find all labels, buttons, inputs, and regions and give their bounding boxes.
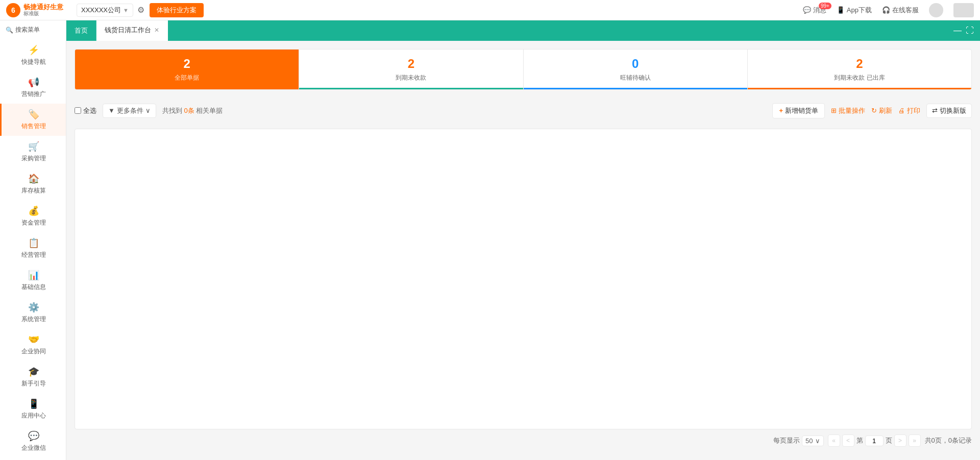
- settings-icon[interactable]: ⚙: [137, 5, 144, 15]
- switch-version-button[interactable]: ⇄ 切换新版: [926, 104, 972, 118]
- online-service-item[interactable]: 🎧 在线客服: [882, 6, 919, 15]
- sidebar-item-member[interactable]: 👑 畅会员: [0, 457, 66, 460]
- sidebar-item-wechat[interactable]: 💬 企业微信: [0, 425, 66, 457]
- logo-text: 畅捷通好生意 标准版: [23, 3, 63, 17]
- stat-label-all: 全部单据: [85, 74, 288, 82]
- sidebar-item-purchase[interactable]: 🛒 采购管理: [0, 136, 66, 168]
- stat-number-overdue-unshipped: 2: [758, 57, 961, 71]
- message-icon: 💬: [803, 6, 811, 14]
- avatar[interactable]: [929, 3, 943, 17]
- tab-bar: 首页 钱货日清工作台 ✕ — ⛶: [66, 20, 980, 41]
- sidebar-search[interactable]: 🔍 搜索菜单: [0, 20, 66, 39]
- tab-close-icon[interactable]: ✕: [154, 27, 159, 34]
- more-filters-button[interactable]: ▼ 更多条件 ∨: [103, 104, 156, 118]
- batch-label: 批量操作: [839, 106, 865, 115]
- sidebar-label-finance: 资金管理: [21, 219, 46, 227]
- stat-card-all[interactable]: 2 全部单据: [75, 50, 299, 89]
- logo-icon: 6: [6, 3, 20, 17]
- page-size-dropdown[interactable]: 50 ∨: [802, 435, 823, 446]
- first-page-button[interactable]: «: [828, 434, 840, 447]
- main-content: 首页 钱货日清工作台 ✕ — ⛶ 2 全部单据 2 到期未收款: [66, 20, 980, 460]
- page-suffix: 页: [886, 436, 892, 445]
- purchase-icon: 🛒: [28, 141, 39, 152]
- sidebar-item-marketing[interactable]: 📢 营销推广: [0, 71, 66, 104]
- logo-main: 畅捷通好生意: [23, 3, 63, 11]
- tab-home[interactable]: 首页: [66, 20, 96, 41]
- wechat-icon: 💬: [28, 430, 39, 442]
- print-button[interactable]: 🖨 打印: [898, 106, 920, 115]
- toolbar-right: + 新增销货单 ⊞ 批量操作 ↻ 刷新 🖨 打印: [772, 103, 972, 118]
- print-icon: 🖨: [898, 107, 905, 114]
- sidebar-item-quick-nav[interactable]: ⚡ 快捷导航: [0, 39, 66, 71]
- trial-button[interactable]: 体验行业方案: [150, 3, 204, 17]
- sidebar-label-operation: 经营管理: [21, 251, 46, 259]
- sidebar-label-guide: 新手引导: [21, 379, 46, 388]
- company-selector[interactable]: XXXXXX公司 ▼: [77, 4, 133, 17]
- sidebar-item-guide[interactable]: 🎓 新手引导: [0, 361, 66, 393]
- select-all-checkbox[interactable]: 全选: [75, 106, 96, 115]
- online-service-label: 在线客服: [892, 6, 919, 15]
- stat-card-pending-confirm[interactable]: 0 旺辅待确认: [524, 50, 748, 89]
- layout: 🔍 搜索菜单 ⚡ 快捷导航 📢 营销推广 🏷️ 销售管理 🛒 采购管理 🏠 库存…: [0, 20, 980, 460]
- select-all-input[interactable]: [75, 107, 81, 114]
- sidebar-label-app-center: 应用中心: [21, 411, 46, 420]
- tab-workbench[interactable]: 钱货日清工作台 ✕: [96, 20, 168, 41]
- guide-icon: 🎓: [28, 366, 39, 377]
- sidebar-label-quick-nav: 快捷导航: [21, 58, 46, 66]
- pagination: 每页显示 50 ∨ « < 第 页 > » 共0页，0条记录: [75, 429, 972, 452]
- tab-minimize-icon[interactable]: —: [953, 26, 962, 35]
- sidebar-item-finance[interactable]: 💰 资金管理: [0, 200, 66, 232]
- message-item[interactable]: 💬 消息 99+: [803, 6, 826, 15]
- new-sales-label: 新增销货单: [785, 106, 818, 115]
- found-text: 共找到 0条 相关单据: [162, 106, 223, 115]
- last-page-button[interactable]: »: [909, 434, 921, 447]
- stat-label-pending-confirm: 旺辅待确认: [534, 74, 737, 82]
- page-number-input[interactable]: [865, 435, 884, 446]
- page-size-label: 每页显示: [773, 436, 800, 445]
- next-page-button[interactable]: >: [894, 434, 906, 447]
- marketing-icon: 📢: [28, 77, 39, 88]
- refresh-button[interactable]: ↻ 刷新: [871, 106, 892, 115]
- stat-label-overdue-unpaid: 到期未收款: [309, 74, 512, 82]
- sidebar-label-system: 系统管理: [21, 315, 46, 324]
- headset-icon: 🎧: [882, 6, 890, 14]
- sidebar-item-sales[interactable]: 🏷️ 销售管理: [0, 104, 66, 136]
- print-label: 打印: [907, 106, 920, 115]
- sales-icon: 🏷️: [28, 109, 39, 120]
- sidebar-item-system[interactable]: ⚙️ 系统管理: [0, 297, 66, 329]
- prev-page-button[interactable]: <: [842, 434, 854, 447]
- stat-label-overdue-unshipped: 到期未收款 已出库: [758, 74, 961, 82]
- found-prefix: 共找到: [162, 107, 182, 114]
- app-download-icon: 📱: [837, 6, 845, 14]
- sidebar-item-app-center[interactable]: 📱 应用中心: [0, 393, 66, 425]
- switch-icon: ⇄: [932, 107, 938, 114]
- company-name: XXXXXX公司: [81, 6, 121, 15]
- stat-number-overdue-unpaid: 2: [309, 57, 512, 71]
- found-count: 0条: [184, 107, 194, 114]
- sidebar-item-inventory[interactable]: 🏠 库存核算: [0, 168, 66, 200]
- sidebar: 🔍 搜索菜单 ⚡ 快捷导航 📢 营销推广 🏷️ 销售管理 🛒 采购管理 🏠 库存…: [0, 20, 66, 460]
- sidebar-item-base-info[interactable]: 📊 基础信息: [0, 264, 66, 297]
- tab-workbench-label: 钱货日清工作台: [105, 26, 151, 35]
- stat-card-overdue-unpaid[interactable]: 2 到期未收款: [299, 50, 523, 89]
- enterprise-icon: 🤝: [28, 334, 39, 345]
- sidebar-item-operation[interactable]: 📋 经营管理: [0, 232, 66, 264]
- company-dropdown-arrow: ▼: [123, 7, 129, 13]
- logo-sub: 标准版: [23, 11, 63, 17]
- refresh-icon: ↻: [871, 107, 877, 114]
- search-label: 搜索菜单: [15, 26, 40, 34]
- search-icon: 🔍: [6, 27, 13, 34]
- new-sales-button[interactable]: + 新增销货单: [772, 103, 825, 118]
- finance-icon: 💰: [28, 205, 39, 216]
- more-filters-label: 更多条件: [117, 106, 143, 115]
- user-name-area[interactable]: [953, 3, 974, 17]
- stat-number-pending-confirm: 0: [534, 57, 737, 71]
- base-info-icon: 📊: [28, 270, 39, 281]
- tab-maximize-icon[interactable]: ⛶: [966, 26, 974, 35]
- sidebar-label-marketing: 营销推广: [21, 90, 46, 99]
- stat-card-overdue-unshipped[interactable]: 2 到期未收款 已出库: [748, 50, 971, 89]
- sidebar-label-purchase: 采购管理: [21, 154, 46, 163]
- sidebar-item-enterprise[interactable]: 🤝 企业协同: [0, 329, 66, 361]
- batch-button[interactable]: ⊞ 批量操作: [831, 106, 865, 115]
- app-download-item[interactable]: 📱 App下载: [837, 6, 872, 15]
